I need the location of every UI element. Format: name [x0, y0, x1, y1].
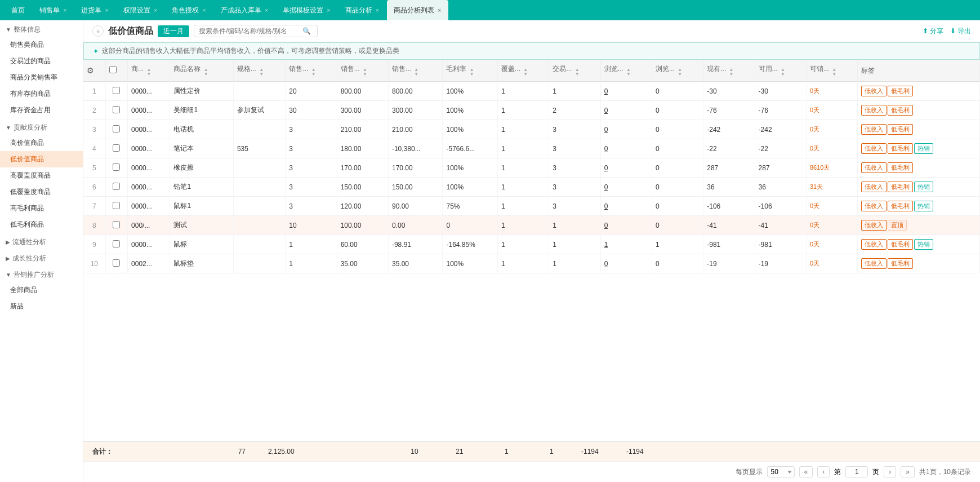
nav-close-sales[interactable]: × [63, 7, 66, 14]
sidebar-item-new-goods[interactable]: 新品 [0, 298, 83, 315]
th-saleable[interactable]: 可销... ▲▼ [806, 60, 857, 82]
sidebar-group-circulation[interactable]: ▶ 流通性分析 [0, 233, 83, 249]
row-view1-1[interactable]: 0 [600, 82, 652, 101]
row-name-10[interactable]: 鼠标垫 [170, 254, 234, 273]
nav-sales[interactable]: 销售单 × [33, 0, 73, 20]
row-checkbox-cell-8[interactable] [105, 216, 127, 235]
th-trade[interactable]: 交易... ▲▼ [549, 60, 600, 82]
th-coverage[interactable]: 覆盖... ▲▼ [498, 60, 549, 82]
row-checkbox-4[interactable] [113, 144, 120, 152]
row-view1-10[interactable]: 0 [600, 254, 652, 273]
gear-icon[interactable]: ⚙ [87, 66, 94, 75]
row-name-1[interactable]: 属性定价 [170, 82, 234, 101]
sidebar-item-in-stock[interactable]: 有库存的商品 [0, 86, 83, 102]
row-checkbox-cell-2[interactable] [105, 101, 127, 120]
nav-close-permissions[interactable]: × [154, 7, 157, 14]
th-current[interactable]: 现有... ▲▼ [703, 60, 755, 82]
sidebar-group-marketing[interactable]: ▼ 营销推广分析 [0, 266, 83, 282]
page-size-select[interactable]: 50 100 200 [767, 466, 795, 477]
row-name-2[interactable]: 吴细细1 [170, 101, 234, 120]
row-checkbox-cell-6[interactable] [105, 178, 127, 197]
nav-close-analysis[interactable]: × [376, 7, 379, 14]
search-icon[interactable]: 🔍 [302, 27, 311, 35]
nav-close-templates[interactable]: × [327, 7, 330, 14]
row-name-4[interactable]: 笔记本 [170, 139, 234, 158]
search-input[interactable] [199, 27, 300, 35]
sidebar-item-all-goods[interactable]: 全部商品 [0, 282, 83, 298]
sidebar-group-growth[interactable]: ▶ 成长性分析 [0, 249, 83, 266]
row-checkbox-cell-3[interactable] [105, 120, 127, 139]
nav-templates[interactable]: 单据模板设置 × [276, 0, 337, 20]
row-checkbox-cell-10[interactable] [105, 254, 127, 273]
row-view1-4[interactable]: 0 [600, 139, 652, 158]
row-checkbox-3[interactable] [113, 125, 120, 132]
th-qty[interactable]: 销售... ▲▼ [286, 60, 337, 82]
row-checkbox-5[interactable] [113, 163, 120, 171]
time-filter-button[interactable]: 近一月 [158, 25, 189, 37]
row-checkbox-7[interactable] [113, 202, 120, 209]
row-name-6[interactable]: 铅笔1 [170, 178, 234, 197]
row-name-3[interactable]: 电话机 [170, 120, 234, 139]
th-available[interactable]: 可用... ▲▼ [755, 60, 806, 82]
row-checkbox-cell-4[interactable] [105, 139, 127, 158]
row-view1-9[interactable]: 1 [600, 235, 652, 254]
row-checkbox-2[interactable] [113, 106, 120, 113]
row-view1-2[interactable]: 0 [600, 101, 652, 120]
sidebar-item-high-value[interactable]: 高价值商品 [0, 135, 83, 151]
th-gear[interactable]: ⚙ [83, 60, 105, 82]
sidebar-item-low-coverage[interactable]: 低覆盖度商品 [0, 184, 83, 200]
last-page-btn[interactable]: » [901, 466, 915, 477]
nav-analysis-list[interactable]: 商品分析列表 × [387, 0, 448, 20]
nav-close-roles[interactable]: × [202, 7, 206, 14]
sidebar-item-high-margin[interactable]: 高毛利商品 [0, 200, 83, 216]
sidebar-group-contribution[interactable]: ▼ 贡献度分析 [0, 118, 83, 135]
sidebar-item-traded-goods[interactable]: 交易过的商品 [0, 53, 83, 69]
row-view1-7[interactable]: 0 [600, 197, 652, 216]
row-view1-3[interactable]: 0 [600, 120, 652, 139]
nav-close-purchase[interactable]: × [105, 7, 108, 14]
th-amount[interactable]: 销售... ▲▼ [337, 60, 388, 82]
prev-page-btn[interactable]: ‹ [817, 466, 830, 477]
row-name-7[interactable]: 鼠标1 [170, 197, 234, 216]
sidebar-group-overall[interactable]: ▼ 整体信息 [0, 20, 83, 37]
nav-products[interactable]: 产成品入库单 × [214, 0, 275, 20]
nav-analysis[interactable]: 商品分析 × [338, 0, 386, 20]
sidebar-item-high-coverage[interactable]: 高覆盖度商品 [0, 167, 83, 184]
row-checkbox-cell-7[interactable] [105, 197, 127, 216]
sidebar-item-low-margin[interactable]: 低毛利商品 [0, 216, 83, 233]
row-checkbox-6[interactable] [113, 183, 120, 190]
row-view1-6[interactable]: 0 [600, 178, 652, 197]
sidebar-item-low-value[interactable]: 低价值商品 [0, 151, 83, 167]
nav-purchase[interactable]: 进货单 × [74, 0, 115, 20]
sidebar-collapse-btn[interactable]: « [92, 25, 104, 37]
nav-close-analysis-list[interactable]: × [438, 7, 441, 14]
row-checkbox-8[interactable] [113, 221, 120, 228]
row-checkbox-9[interactable] [113, 240, 120, 247]
export-button[interactable]: ⬇ 导出 [950, 26, 971, 36]
nav-close-products[interactable]: × [265, 7, 268, 14]
nav-permissions[interactable]: 权限设置 × [117, 0, 164, 20]
th-spec[interactable]: 规格... ▲▼ [233, 60, 285, 82]
sidebar-item-category-sales[interactable]: 商品分类销售率 [0, 69, 83, 86]
page-input[interactable] [845, 466, 868, 477]
row-view1-8[interactable]: 0 [600, 216, 652, 235]
nav-roles[interactable]: 角色授权 × [165, 0, 212, 20]
share-button[interactable]: ⬆ 分享 [923, 26, 943, 36]
first-page-btn[interactable]: « [799, 466, 813, 477]
row-checkbox-cell-1[interactable] [105, 82, 127, 101]
row-checkbox-10[interactable] [113, 259, 120, 267]
sidebar-item-stock-funds[interactable]: 库存资金占用 [0, 102, 83, 118]
row-name-5[interactable]: 橡皮擦 [170, 158, 234, 178]
th-margin[interactable]: 毛利率 ▲▼ [443, 60, 498, 82]
row-checkbox-cell-5[interactable] [105, 158, 127, 178]
row-checkbox-cell-9[interactable] [105, 235, 127, 254]
th-code[interactable]: 商... ▲▼ [128, 60, 170, 82]
row-name-8[interactable]: 测试 [170, 216, 234, 235]
th-view2[interactable]: 浏览... ▲▼ [652, 60, 703, 82]
row-name-9[interactable]: 鼠标 [170, 235, 234, 254]
th-view1[interactable]: 浏览... ▲▼ [600, 60, 652, 82]
row-checkbox-1[interactable] [113, 87, 120, 94]
nav-home[interactable]: 首页 [5, 0, 32, 20]
select-all-checkbox[interactable] [109, 66, 117, 73]
th-name[interactable]: 商品名称 ▲▼ [170, 60, 234, 82]
